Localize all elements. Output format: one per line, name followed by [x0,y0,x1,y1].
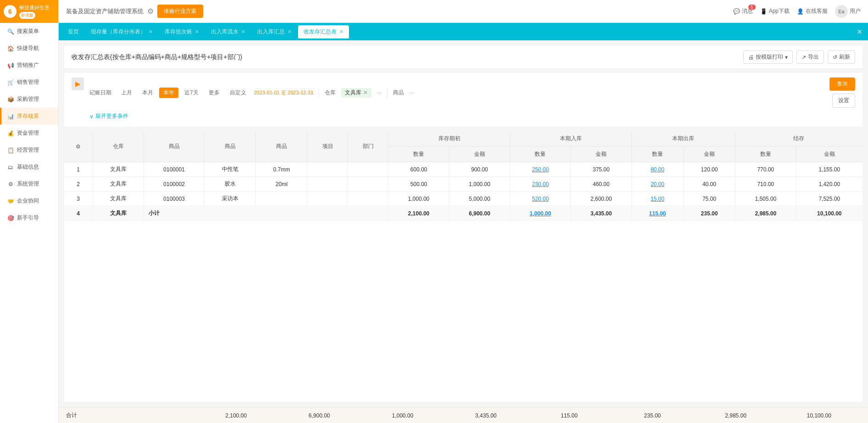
date-btn-this-month[interactable]: 本月 [138,88,157,98]
footer-in-qty: 1,000.00 [361,412,444,419]
enterprise-icon: 🤝 [7,198,14,205]
tab-receipt-summary[interactable]: 收发存汇总表✕ [298,25,349,38]
print-button[interactable]: 🖨 按模版打印 ▾ [743,50,793,64]
table-container: ⚙ 仓库 商品 商品 商品 项目 部门 库存期初 本期入库 本期出库 结存 数量 [64,131,862,402]
header-left: 装备及固定资产辅助管理系统 ⚙ 体验行业方案 [66,5,203,18]
sidebar-item-sales[interactable]: 🛒销售管理 [0,74,58,91]
tab-inout-flow[interactable]: 出入库流水✕ [205,25,251,38]
warehouse-tag-close[interactable]: ✕ [363,89,368,96]
sidebar: 6 畅捷通好生意 标准版 🔍搜索菜单🏠快捷导航📢营销推广🛒销售管理📦采购管理📊库… [0,0,59,423]
tab-close-inout-flow[interactable]: ✕ [241,29,245,35]
sidebar-item-enterprise[interactable]: 🤝企业协同 [0,192,58,209]
footer-in-amt: 3,435.00 [444,412,528,419]
sidebar-item-inventory[interactable]: 📊库存核算 [0,108,58,125]
message-icon: 💬 [733,8,740,15]
filter-actions: 查询 设置 [829,77,855,108]
filter-bar: ▶ 记账日期 上月 本月 本年 近7天 更多 自定义 2023-01-01 至 … [64,73,862,126]
sidebar-item-purchase[interactable]: 📦采购管理 [0,91,58,108]
sidebar-item-newbie[interactable]: 🎯新手引导 [0,209,58,226]
tab-close-inventory-dist[interactable]: ✕ [149,29,153,35]
refresh-button[interactable]: ↺ 刷新 [828,50,855,64]
sidebar-item-label: 销售管理 [17,78,39,86]
th-in-qty: 数量 [510,147,571,162]
th-settings[interactable]: ⚙ [64,131,93,162]
cell-opening-amt: 900.00 [449,162,510,177]
cell-in-qty[interactable]: 230.00 [510,177,571,192]
chevron-down-icon: ∨ [89,113,94,120]
cell-in-qty[interactable]: 520.00 [510,192,571,206]
cell-project [308,177,348,192]
print-icon: 🖨 [748,54,754,60]
user-avatar: Ea [835,5,848,18]
message-action[interactable]: 💬 消息 6 [733,7,753,15]
cell-goods-spec: 0.7mm [256,162,308,177]
cell-in-qty[interactable]: 250.00 [510,162,571,177]
sidebar-item-basic-info[interactable]: 🗂基础信息 [0,159,58,176]
tab-inout-summary[interactable]: 出入库汇总✕ [252,25,297,38]
cell-out-qty[interactable]: 80.00 [631,162,683,177]
th-out-amt: 金额 [683,147,735,162]
query-button[interactable]: 查询 [829,77,855,91]
goods-more[interactable]: ··· [409,89,414,96]
settings-icon[interactable]: ⚙ [147,7,154,16]
th-warehouse: 仓库 [93,131,144,162]
expand-btn[interactable]: ∨ 展开更多条件 [89,110,855,122]
cell-out-qty[interactable]: 15.00 [631,192,683,206]
cell-goods-name: 中性笔 [205,162,256,177]
tab-close-batch-account[interactable]: ✕ [195,29,199,35]
tab-home[interactable]: 首页 [62,25,84,38]
sidebar-item-label: 采购管理 [17,95,39,103]
app-download-action[interactable]: 📱 App下载 [760,7,790,15]
date-btn-last-month[interactable]: 上月 [117,88,136,98]
tab-close-inout-summary[interactable]: ✕ [287,29,292,35]
warehouse-label: 仓库 [325,89,336,97]
sidebar-item-label: 营销推广 [17,61,39,69]
date-btn-more[interactable]: 更多 [205,88,224,98]
footer-opening-amt: 6,900.00 [278,412,361,419]
export-icon: ↗ [802,54,806,60]
th-goods-code: 商品 [144,131,205,162]
sidebar-logo: 6 畅捷通好生意 标准版 [0,0,58,23]
sidebar-item-quick-nav[interactable]: 🏠快捷导航 [0,40,58,57]
cell-warehouse: 文具库 [93,192,144,206]
tab-label: 收发存汇总表 [304,28,337,36]
filter-expand-arrow[interactable]: ▶ [72,77,84,90]
tab-inventory-dist[interactable]: 现存量（库存分布表）✕ [85,25,158,38]
date-btn-this-year[interactable]: 本年 [159,88,178,98]
system-title: 装备及固定资产辅助管理系统 [66,7,144,16]
sidebar-item-label: 经营管理 [17,146,39,154]
footer-closing-amt: 10,100.00 [777,412,861,419]
tab-bar-close[interactable]: ✕ [855,26,864,38]
cell-goods-name: 采访本 [205,192,256,206]
user-action[interactable]: Ea 用户 [835,5,861,18]
experience-button[interactable]: 体验行业方案 [157,5,203,18]
th-group-out: 本期出库 [631,131,735,147]
sidebar-item-search[interactable]: 🔍搜索菜单 [0,23,58,40]
settings-button[interactable]: 设置 [832,93,855,108]
cell-opening-amt: 1,000.00 [449,177,510,192]
date-btn-custom[interactable]: 自定义 [226,88,250,98]
date-btn-7days[interactable]: 近7天 [180,88,203,98]
inventory-icon: 📊 [7,113,14,120]
th-closing-qty: 数量 [735,147,796,162]
cell-department [348,192,388,206]
subtotal-in-qty[interactable]: 1,000.00 [510,206,571,221]
sidebar-item-marketing[interactable]: 📢营销推广 [0,57,58,74]
subtotal-out-qty[interactable]: 115.00 [631,206,683,221]
date-label: 记账日期 [89,89,111,97]
cell-out-qty[interactable]: 20.00 [631,177,683,192]
cell-index: 2 [64,177,93,192]
export-button[interactable]: ↗ 导出 [796,50,824,64]
footer-out-amt: 235.00 [611,412,694,419]
sidebar-item-operations[interactable]: 📋经营管理 [0,142,58,159]
online-service-action[interactable]: 👤 在线客服 [797,7,828,15]
sidebar-item-finance[interactable]: 💰资金管理 [0,125,58,142]
warehouse-more[interactable]: ··· [377,89,381,96]
cell-in-amt: 2,600.00 [571,192,632,206]
cell-department [348,162,388,177]
sidebar-item-system[interactable]: ⚙系统管理 [0,176,58,192]
tab-close-receipt-summary[interactable]: ✕ [339,29,343,35]
th-goods-spec: 商品 [256,131,308,162]
th-opening-amt: 金额 [449,147,510,162]
tab-batch-account[interactable]: 库存批次账✕ [159,25,205,38]
